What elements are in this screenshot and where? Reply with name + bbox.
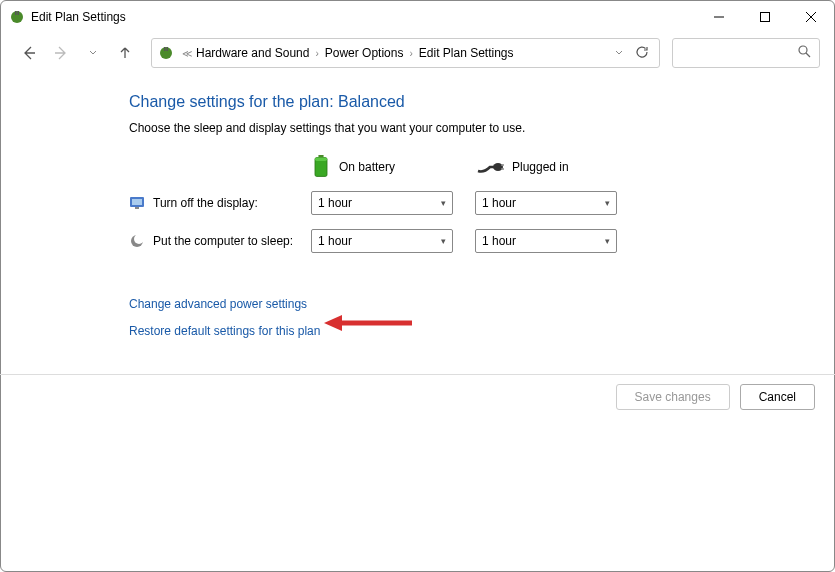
svg-rect-1 — [15, 11, 17, 15]
svg-rect-8 — [164, 47, 166, 51]
chevron-down-icon — [89, 49, 97, 57]
chevron-down-icon: ▾ — [605, 198, 610, 208]
svg-point-15 — [493, 163, 503, 171]
footer-separator — [0, 374, 835, 375]
plug-icon — [476, 159, 504, 175]
close-icon — [806, 12, 816, 22]
advanced-settings-link[interactable]: Change advanced power settings — [129, 297, 307, 311]
svg-rect-14 — [315, 158, 327, 161]
minimize-icon — [714, 12, 724, 22]
battery-label: On battery — [339, 160, 395, 174]
refresh-icon — [635, 45, 649, 59]
display-setting-row: Turn off the display: 1 hour ▾ 1 hour ▾ — [129, 191, 834, 215]
plugged-label: Plugged in — [512, 160, 569, 174]
page-subtext: Choose the sleep and display settings th… — [129, 121, 834, 135]
annotation-arrow-icon — [324, 313, 414, 333]
svg-point-10 — [799, 46, 807, 54]
sleep-battery-dropdown[interactable]: 1 hour ▾ — [311, 229, 453, 253]
svg-rect-20 — [135, 207, 139, 209]
up-button[interactable] — [111, 39, 139, 67]
display-plugged-dropdown[interactable]: 1 hour ▾ — [475, 191, 617, 215]
battery-column-header: On battery — [311, 155, 476, 179]
forward-button[interactable] — [47, 39, 75, 67]
overflow-chevron-icon[interactable]: ≪ — [182, 48, 192, 59]
svg-marker-24 — [324, 315, 342, 331]
svg-point-0 — [11, 11, 23, 23]
maximize-icon — [760, 12, 770, 22]
address-bar[interactable]: ≪ Hardware and Sound › Power Options › E… — [151, 38, 660, 68]
cancel-button[interactable]: Cancel — [740, 384, 815, 410]
recent-dropdown[interactable] — [79, 39, 107, 67]
save-button: Save changes — [616, 384, 730, 410]
chevron-down-icon: ▾ — [441, 198, 446, 208]
search-input[interactable] — [672, 38, 820, 68]
up-arrow-icon — [118, 46, 132, 60]
chevron-down-icon — [615, 49, 623, 57]
sleep-plugged-dropdown[interactable]: 1 hour ▾ — [475, 229, 617, 253]
back-button[interactable] — [15, 39, 43, 67]
svg-rect-2 — [18, 11, 20, 15]
page-heading: Change settings for the plan: Balanced — [129, 93, 834, 111]
search-icon — [798, 44, 811, 62]
power-plug-icon — [9, 9, 25, 25]
navigation-bar: ≪ Hardware and Sound › Power Options › E… — [1, 33, 834, 73]
moon-icon — [129, 233, 145, 249]
chevron-down-icon: ▾ — [605, 236, 610, 246]
address-dropdown[interactable] — [615, 48, 623, 59]
breadcrumb-segment[interactable]: Power Options — [325, 46, 404, 60]
svg-line-11 — [806, 53, 810, 57]
monitor-icon — [129, 195, 145, 211]
window-title: Edit Plan Settings — [31, 10, 696, 24]
chevron-right-icon: › — [315, 48, 318, 59]
display-label: Turn off the display: — [129, 195, 311, 211]
forward-arrow-icon — [53, 45, 69, 61]
battery-icon — [311, 155, 331, 179]
breadcrumb-segment[interactable]: Edit Plan Settings — [419, 46, 514, 60]
svg-point-22 — [134, 234, 144, 244]
sleep-label: Put the computer to sleep: — [129, 233, 311, 249]
svg-rect-19 — [132, 199, 142, 205]
footer-buttons: Save changes Cancel — [616, 384, 815, 410]
plugged-column-header: Plugged in — [476, 159, 641, 175]
back-arrow-icon — [21, 45, 37, 61]
chevron-right-icon: › — [409, 48, 412, 59]
minimize-button[interactable] — [696, 1, 742, 33]
refresh-button[interactable] — [635, 45, 649, 62]
svg-rect-4 — [761, 13, 770, 22]
svg-point-7 — [160, 47, 172, 59]
chevron-down-icon: ▾ — [441, 236, 446, 246]
breadcrumb-segment[interactable]: Hardware and Sound — [196, 46, 309, 60]
column-headers: On battery Plugged in — [129, 155, 834, 179]
power-plug-icon — [158, 45, 174, 61]
close-button[interactable] — [788, 1, 834, 33]
sleep-setting-row: Put the computer to sleep: 1 hour ▾ 1 ho… — [129, 229, 834, 253]
maximize-button[interactable] — [742, 1, 788, 33]
svg-rect-9 — [167, 47, 169, 51]
display-battery-dropdown[interactable]: 1 hour ▾ — [311, 191, 453, 215]
content-area: Change settings for the plan: Balanced C… — [1, 73, 834, 339]
title-bar: Edit Plan Settings — [1, 1, 834, 33]
restore-defaults-link[interactable]: Restore default settings for this plan — [129, 324, 320, 338]
